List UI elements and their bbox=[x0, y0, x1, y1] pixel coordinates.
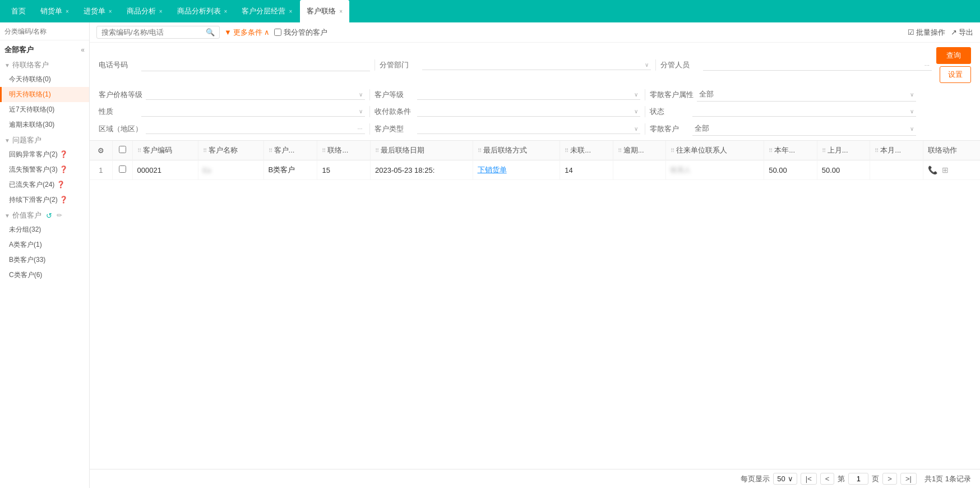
sidebar-item-class-a[interactable]: A类客户(1) bbox=[0, 237, 89, 252]
region-select[interactable]: ··· bbox=[146, 123, 365, 134]
checkbox-icon: ☑ bbox=[908, 28, 914, 36]
sidebar-item-7days[interactable]: 近7天待联络(0) bbox=[0, 102, 89, 117]
region-dots: ··· bbox=[358, 125, 363, 132]
group-value-label: 价值客户 bbox=[12, 210, 41, 220]
retail-customer-select[interactable]: 全部 ∨ bbox=[692, 122, 916, 136]
main-search-input[interactable] bbox=[101, 28, 204, 36]
collapse-icon[interactable]: « bbox=[81, 46, 85, 54]
filter-payment-terms: 收付款条件 ∨ bbox=[375, 107, 641, 117]
nav-home[interactable]: 首页 bbox=[4, 0, 33, 22]
action-icons: 📞 ⊞ bbox=[928, 165, 976, 174]
page-number-input[interactable] bbox=[848, 473, 868, 485]
nav-product-analysis-list[interactable]: 商品分析列表 × bbox=[170, 0, 234, 22]
sidebar-item-class-c[interactable]: C类客户(6) bbox=[0, 268, 89, 283]
more-conditions-btn[interactable]: ▼ 更多条件 ∧ bbox=[224, 27, 270, 38]
nav-customer-segment[interactable]: 客户分层经营 × bbox=[235, 0, 299, 22]
phone-label: 电话号码 bbox=[99, 60, 138, 70]
nav-customer-segment-close[interactable]: × bbox=[289, 8, 292, 15]
nav-customer-contact[interactable]: 客户联络 × bbox=[300, 0, 349, 22]
page-first-btn[interactable]: |< bbox=[801, 473, 817, 485]
status-select[interactable]: ∨ bbox=[692, 107, 916, 117]
nav-product-analysis[interactable]: 商品分析 × bbox=[120, 0, 169, 22]
th-overdue: ⠿逾期... bbox=[613, 141, 666, 160]
my-customers-check[interactable] bbox=[274, 29, 281, 36]
data-table-container: ⚙ ⠿客户编码 ⠿客户名称 ⠿客户... ⠿联络... ⠿最后联络日期 ⠿最后联… bbox=[90, 141, 980, 469]
settings-button[interactable]: 设置 bbox=[940, 66, 971, 83]
customer-type-label: 客户类型 bbox=[375, 124, 414, 134]
payment-terms-chevron: ∨ bbox=[634, 108, 638, 114]
row-company-contact: 联系人 bbox=[666, 160, 764, 180]
nav-purchase-order-close[interactable]: × bbox=[109, 8, 112, 15]
th-last-contact-method: ⠿最后联络方式 bbox=[473, 141, 560, 160]
sidebar-item-today[interactable]: 今天待联络(0) bbox=[0, 72, 89, 87]
th-type: ⠿客户... bbox=[264, 141, 317, 160]
nav-customer-contact-close[interactable]: × bbox=[339, 8, 343, 15]
payment-terms-select[interactable]: ∨ bbox=[417, 107, 641, 117]
main-search-icon[interactable]: 🔍 bbox=[206, 28, 215, 36]
export-button[interactable]: ↗ 导出 bbox=[951, 27, 973, 38]
price-level-chevron: ∨ bbox=[359, 91, 363, 98]
filter-nature: 性质 ∨ bbox=[99, 107, 365, 117]
phone-action-icon[interactable]: 📞 bbox=[928, 165, 937, 174]
price-level-select[interactable]: ∨ bbox=[146, 90, 365, 100]
customer-type-select[interactable]: ∨ bbox=[417, 124, 641, 134]
sidebar-item-tomorrow[interactable]: 明天待联络(1) bbox=[0, 87, 89, 102]
payment-terms-label: 收付款条件 bbox=[375, 107, 414, 117]
select-all-checkbox[interactable] bbox=[119, 146, 126, 153]
region-label: 区域（地区） bbox=[99, 124, 142, 134]
nav-purchase-order[interactable]: 进货单 × bbox=[77, 0, 119, 22]
refresh-icon[interactable]: ↺ bbox=[46, 211, 52, 220]
page-last-btn[interactable]: >| bbox=[900, 473, 917, 485]
row-last-contact-method[interactable]: 下销货单 bbox=[473, 160, 560, 180]
my-customers-checkbox[interactable]: 我分管的客户 bbox=[274, 27, 327, 38]
customer-level-select[interactable]: ∨ bbox=[417, 90, 641, 100]
person-select[interactable]: ··· bbox=[703, 60, 932, 71]
sidebar-item-churn-warning[interactable]: 流失预警客户(3) ❓ bbox=[0, 162, 89, 177]
row-checkbox[interactable] bbox=[112, 160, 132, 180]
sidebar-item-overdue[interactable]: 逾期未联络(30) bbox=[0, 117, 89, 132]
nav-product-analysis-close[interactable]: × bbox=[159, 8, 163, 15]
dept-chevron: ∨ bbox=[645, 62, 649, 68]
th-settings[interactable]: ⚙ bbox=[90, 141, 112, 160]
query-button[interactable]: 查询 bbox=[936, 47, 971, 64]
page-prev-btn[interactable]: < bbox=[820, 473, 835, 485]
th-last-contact-date: ⠿最后联络日期 bbox=[370, 141, 473, 160]
sidebar-item-declining[interactable]: 持续下滑客户(2) ❓ bbox=[0, 192, 89, 208]
page-next-btn[interactable]: > bbox=[882, 473, 897, 485]
retail-attr-select[interactable]: 全部 ∨ bbox=[697, 88, 916, 102]
expand-icon2: ▼ bbox=[4, 137, 10, 144]
group-problem-label: 问题客户 bbox=[12, 135, 41, 145]
edit-icon[interactable]: ✏ bbox=[57, 211, 62, 219]
filter-icon: ▼ bbox=[224, 28, 232, 36]
sidebar-item-ungrouped[interactable]: 未分组(32) bbox=[0, 222, 89, 237]
export-icon: ↗ bbox=[951, 28, 957, 36]
filter-row-4: 区域（地区） ··· 客户类型 ∨ 零散客户 bbox=[99, 122, 971, 136]
batch-op-button[interactable]: ☑ 批量操作 bbox=[908, 27, 945, 38]
filter-row-3: 性质 ∨ 收付款条件 ∨ 状态 bbox=[99, 106, 971, 117]
th-last-month: ⠿上月... bbox=[817, 141, 870, 160]
pagination-bar: 每页显示 50 ∨ |< < 第 页 > >| 共1页 1条记录 bbox=[90, 469, 980, 488]
th-checkbox[interactable] bbox=[112, 141, 132, 160]
search-box: 🔍 bbox=[96, 26, 220, 39]
sidebar-item-class-b[interactable]: B类客户(33) bbox=[0, 252, 89, 268]
nav-sales-order[interactable]: 销货单 × bbox=[34, 0, 76, 22]
chevron-up-icon: ∧ bbox=[264, 28, 270, 36]
dept-select[interactable]: ∨ bbox=[422, 60, 651, 70]
th-code: ⠿客户编码 bbox=[132, 141, 198, 160]
th-name: ⠿客户名称 bbox=[198, 141, 264, 160]
grid-action-icon[interactable]: ⊞ bbox=[942, 165, 949, 174]
row-overdue bbox=[613, 160, 666, 180]
row-select-checkbox[interactable] bbox=[119, 165, 126, 173]
phone-input[interactable] bbox=[141, 59, 370, 71]
sidebar-item-churned[interactable]: 已流失客户(24) ❓ bbox=[0, 177, 89, 192]
nature-select[interactable]: ∨ bbox=[141, 107, 365, 117]
filter-customer-type: 客户类型 ∨ bbox=[375, 124, 641, 134]
retail-customer-label: 零散客户 bbox=[650, 124, 689, 134]
sidebar-item-abnormal[interactable]: 回购异常客户(2) ❓ bbox=[0, 147, 89, 162]
per-page-select[interactable]: 50 ∨ bbox=[773, 473, 797, 485]
row-name: Ea bbox=[198, 160, 264, 180]
sidebar-search-input[interactable] bbox=[4, 27, 89, 35]
nav-product-analysis-list-close[interactable]: × bbox=[224, 8, 228, 15]
table-row: 1 000021 Ea B类客户 15 2023-05-23 18:25: 下销… bbox=[90, 160, 980, 180]
nav-sales-order-close[interactable]: × bbox=[66, 8, 69, 15]
